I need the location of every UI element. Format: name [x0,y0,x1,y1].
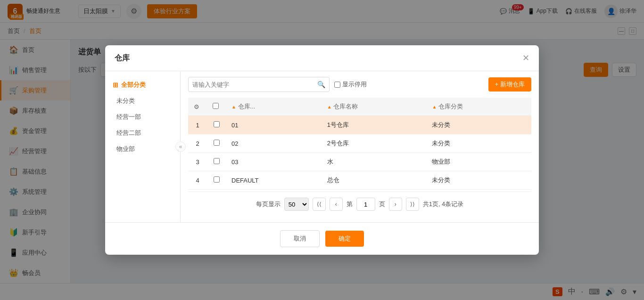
per-page-label: 每页显示 [256,200,281,208]
per-page-select[interactable]: 50 100 200 [284,198,309,211]
prev-page-button[interactable]: ‹ [330,198,343,211]
row-code-2: 02 [226,134,322,153]
search-box: 🔍 [188,77,330,92]
add-warehouse-button[interactable]: + 新增仓库 [488,77,531,92]
row-checkbox-3[interactable] [207,153,226,171]
row-category-3: 物业部 [426,153,531,171]
row-num-3: 3 [188,153,207,171]
table-header: ⚙ ▲ 仓库... ▲ 仓库名称 ▲ 仓库分类 [188,98,531,116]
page-number-input[interactable] [356,198,375,211]
cancel-button[interactable]: 取消 [280,230,320,247]
row-checkbox-4[interactable] [207,171,226,190]
category-panel: ⊞ 全部分类 未分类 经营一部 经营二部 物业部 « [105,71,181,222]
row-name-4: 总仓 [322,171,427,190]
table-row[interactable]: 3 03 水 物业部 [188,153,531,171]
th-settings: ⚙ [188,98,207,116]
page-label: 第 [347,200,353,208]
row-num-2: 2 [188,134,207,153]
row-code-4: DEFAULT [226,171,322,190]
row-code-3: 03 [226,153,322,171]
dialog-footer: 取消 确定 [105,222,539,255]
row-num-1: 1 [188,116,207,134]
collapse-panel-button[interactable]: « [175,142,186,152]
row-checkbox-2[interactable] [207,134,226,153]
row-code-1: 01 [226,116,322,134]
show-disabled-label[interactable]: 显示停用 [334,80,367,89]
row-name-1: 1号仓库 [322,116,427,134]
warehouse-dialog: 仓库 ✕ ⊞ 全部分类 未分类 经营一部 经营二部 物业部 « [105,45,539,255]
category-item-ops1[interactable]: 经营一部 [105,109,180,125]
table-wrapper: ⚙ ▲ 仓库... ▲ 仓库名称 ▲ 仓库分类 1 01 [188,98,531,190]
row-checkbox-1[interactable] [207,116,226,134]
search-icon[interactable]: 🔍 [317,81,325,88]
dialog-overlay: 仓库 ✕ ⊞ 全部分类 未分类 经营一部 经营二部 物业部 « [0,0,644,300]
grid-icon: ⊞ [113,81,118,89]
category-item-unclassified[interactable]: 未分类 [105,93,180,109]
search-input[interactable] [192,81,317,88]
table-row[interactable]: 1 01 1号仓库 未分类 [188,116,531,134]
table-panel: 🔍 显示停用 + 新增仓库 ⚙ [181,71,539,222]
row-num-4: 4 [188,171,207,190]
pagination: 每页显示 50 100 200 ⟨⟨ ‹ 第 页 › ⟩⟩ 共1页, 4条记录 [188,192,531,217]
total-info: 共1页, 4条记录 [423,200,464,208]
select-all-checkbox[interactable] [213,103,219,109]
row-category-4: 未分类 [426,171,531,190]
warehouse-table: ⚙ ▲ 仓库... ▲ 仓库名称 ▲ 仓库分类 1 01 [188,98,531,190]
category-all[interactable]: ⊞ 全部分类 [105,77,180,93]
first-page-button[interactable]: ⟨⟨ [313,198,326,211]
th-name: ▲ 仓库名称 [322,98,427,116]
th-checkbox [207,98,226,116]
last-page-button[interactable]: ⟩⟩ [406,198,419,211]
th-category: ▲ 仓库分类 [426,98,531,116]
table-row[interactable]: 2 02 2号仓库 未分类 [188,134,531,153]
table-toolbar: 🔍 显示停用 + 新增仓库 [188,77,531,92]
page-unit: 页 [379,200,385,208]
row-category-1: 未分类 [426,116,531,134]
dialog-title: 仓库 [115,53,130,63]
category-all-label: 全部分类 [121,81,146,89]
sort-icon-category: ▲ [432,104,437,109]
dialog-body: ⊞ 全部分类 未分类 经营一部 经营二部 物业部 « 🔍 [105,71,539,222]
dialog-header: 仓库 ✕ [105,45,539,71]
th-code: ▲ 仓库... [226,98,322,116]
row-category-2: 未分类 [426,134,531,153]
sort-icon-code: ▲ [231,104,236,109]
row-name-3: 水 [322,153,427,171]
confirm-button[interactable]: 确定 [325,231,364,247]
next-page-button[interactable]: › [389,198,402,211]
dialog-close-button[interactable]: ✕ [522,53,529,63]
show-disabled-checkbox[interactable] [334,82,340,88]
category-item-property[interactable]: 物业部 [105,141,180,157]
category-item-ops2[interactable]: 经营二部 [105,125,180,141]
table-body: 1 01 1号仓库 未分类 2 02 2号仓库 [188,116,531,190]
table-row[interactable]: 4 DEFAULT 总仓 未分类 [188,171,531,190]
sort-icon-name: ▲ [327,104,332,109]
row-name-2: 2号仓库 [322,134,427,153]
